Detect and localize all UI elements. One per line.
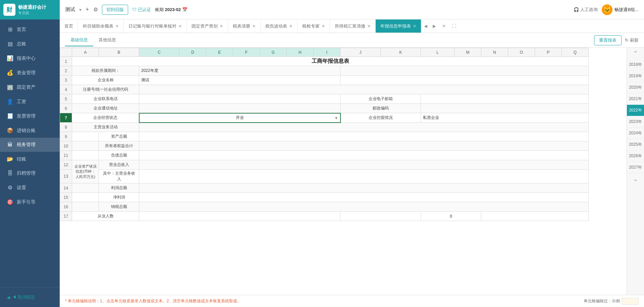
tab-label: 税负波动表: [265, 23, 287, 29]
sidebar-item-closing[interactable]: 📂 结账: [0, 152, 60, 166]
year-item-2018[interactable]: 2018年: [627, 59, 644, 71]
tab-close-icon[interactable]: ✕: [178, 24, 182, 29]
tab-expand-button[interactable]: ⛶: [449, 19, 459, 33]
tab-tax-wave[interactable]: 税负波动表 ✕: [261, 19, 298, 33]
year-item-2027[interactable]: 2027年: [627, 162, 644, 173]
tab-close-icon[interactable]: ✕: [322, 24, 325, 29]
tab-close-icon[interactable]: ✕: [115, 24, 119, 29]
year-item-2025[interactable]: 2025年: [627, 139, 644, 150]
tab-fixed-asset-type[interactable]: 固定资产类别 ✕: [187, 19, 228, 33]
tab-tax-list[interactable]: 税表清册 ✕: [228, 19, 261, 33]
tab-close-icon[interactable]: ✕: [413, 24, 416, 29]
cell-empty[interactable]: [340, 212, 421, 221]
tab-home[interactable]: 首页: [60, 19, 78, 33]
sidebar-pin-button[interactable]: ◀ ◀ 取消固定: [0, 291, 60, 304]
cell-email-value[interactable]: [421, 94, 589, 104]
subtab-other-info[interactable]: 其他信息: [93, 34, 121, 46]
cell-address-label: 企业通信地址: [72, 104, 139, 113]
cell-group-spacer: [72, 202, 99, 212]
logo-text: 畅捷通好会计: [18, 4, 46, 10]
cell-liability-value[interactable]: [139, 151, 589, 160]
year-item-2021[interactable]: 2021年: [627, 93, 644, 105]
sidebar-item-settings[interactable]: ⚙ 设置: [0, 180, 60, 195]
year-item-2020[interactable]: 2020年: [627, 82, 644, 93]
cell-business-value[interactable]: [139, 123, 589, 132]
user-menu[interactable]: 🐱 畅捷通B组...: [602, 4, 639, 15]
refresh-button[interactable]: ↻ 刷新: [625, 37, 639, 43]
cell-liability-label: 负债总额: [99, 151, 139, 160]
assets-icon: 🏢: [7, 84, 13, 90]
row-number: 8: [60, 123, 72, 132]
sidebar-item-funds[interactable]: 💰 资金管理: [0, 65, 60, 80]
period-info: 账期 2023-02 📅: [155, 7, 188, 13]
cell-equity-value[interactable]: [139, 141, 589, 151]
cell-empty[interactable]: [481, 212, 589, 221]
year-item-2024[interactable]: 2024年: [627, 128, 644, 139]
tab-close-icon[interactable]: ✕: [252, 24, 256, 29]
cell-postcode-value[interactable]: [421, 104, 589, 113]
cell-group-spacer: [72, 183, 99, 193]
sidebar-item-guide[interactable]: 🎯 新手引导: [0, 195, 60, 209]
pin-label: ◀ 取消固定: [12, 294, 35, 300]
tab-subject[interactable]: 科目辅助余额表 ✕: [78, 19, 124, 33]
sidebar-item-archive[interactable]: 🗄 归档管理: [0, 166, 60, 180]
cell-status-label: 企业经营状态: [72, 113, 139, 123]
year-item-2022[interactable]: 2022年: [627, 105, 644, 116]
cell-revenue-value[interactable]: [139, 160, 589, 170]
cell-profit-value[interactable]: [139, 183, 589, 193]
cell-tax-total-value[interactable]: [139, 202, 589, 212]
tab-tax-check[interactable]: 税检专家 ✕: [298, 19, 330, 33]
tab-prev-button[interactable]: ◀: [421, 19, 430, 33]
tab-close-all-button[interactable]: ✕: [439, 19, 449, 33]
sidebar-item-inventory[interactable]: 📦 进销台账: [0, 123, 60, 138]
ledger-icon: ▤: [7, 41, 13, 47]
tab-next-button[interactable]: ▶: [430, 19, 439, 33]
sidebar-item-ledger[interactable]: ▤ 总账: [0, 37, 60, 51]
topbar-add-button[interactable]: +: [86, 6, 89, 13]
cell-asset-value[interactable]: [139, 132, 589, 141]
cell-empty[interactable]: [340, 76, 589, 85]
year-panel-down-button[interactable]: ⌄: [627, 173, 644, 185]
tab-income-tax[interactable]: 所得税汇算清缴 ✕: [330, 19, 376, 33]
subtab-basic-info[interactable]: 基础信息: [65, 34, 93, 46]
sheet-title-cell[interactable]: 工商年报信息表: [72, 57, 589, 66]
year-item-2026[interactable]: 2026年: [627, 150, 644, 162]
year-item-2019[interactable]: 2019年: [627, 71, 644, 82]
sidebar-item-salary[interactable]: 👤 工资: [0, 94, 60, 109]
switch-version-button[interactable]: 切到旧版: [102, 5, 128, 15]
subtab-bar: 基础信息 其他信息 重置报表 ↻ 刷新: [60, 33, 644, 48]
topbar-dropdown-arrow[interactable]: ▾: [79, 7, 82, 12]
tab-annual-report[interactable]: 年报信息申报表 ✕: [376, 19, 421, 33]
tab-close-icon[interactable]: ✕: [220, 24, 223, 29]
cell-holding-value[interactable]: 私营企业: [421, 113, 589, 123]
service-button[interactable]: 🎧 人工咨询: [574, 7, 598, 13]
cell-status-dropdown[interactable]: 开业 ▼: [139, 113, 340, 123]
cell-phone-value[interactable]: [139, 94, 340, 104]
spreadsheet-wrapper[interactable]: A B C D E F G H I J: [60, 48, 627, 295]
closing-icon: 📂: [7, 156, 13, 162]
cell-empty[interactable]: [340, 66, 589, 76]
example-cell: [622, 298, 639, 305]
topbar-settings-button[interactable]: ⚙: [93, 6, 98, 13]
year-panel-up-button[interactable]: ⌃: [627, 48, 644, 59]
cell-regnum-value[interactable]: [139, 85, 589, 94]
sidebar-item-tax[interactable]: 🏛 税务管理: [0, 138, 60, 152]
cell-company-value[interactable]: 测试: [139, 76, 340, 85]
cell-period-value[interactable]: 2022年度: [139, 66, 340, 76]
tab-close-icon[interactable]: ✕: [367, 24, 371, 29]
row-number: 12: [60, 160, 72, 170]
tab-close-icon[interactable]: ✕: [289, 24, 292, 29]
sidebar-item-reports[interactable]: 📊 报表中心: [0, 51, 60, 65]
sidebar-item-invoice[interactable]: 🧾 发票管理: [0, 109, 60, 123]
reset-report-button[interactable]: 重置报表: [594, 35, 622, 45]
cell-address-value[interactable]: [139, 104, 340, 113]
sidebar-item-home[interactable]: ⊞ 首页: [0, 22, 60, 37]
cell-net-profit-value[interactable]: [139, 193, 589, 202]
year-item-2023[interactable]: 2023年: [627, 116, 644, 128]
sidebar-item-assets[interactable]: 🏢 固定资产: [0, 80, 60, 94]
tab-journal[interactable]: 日记账与银行对账单核对 ✕: [124, 19, 187, 33]
cell-main-revenue-value[interactable]: [139, 170, 589, 183]
cell-employees-value[interactable]: [139, 212, 340, 221]
calendar-icon[interactable]: 📅: [182, 7, 187, 12]
cell-employees-zero[interactable]: 0: [421, 212, 481, 221]
